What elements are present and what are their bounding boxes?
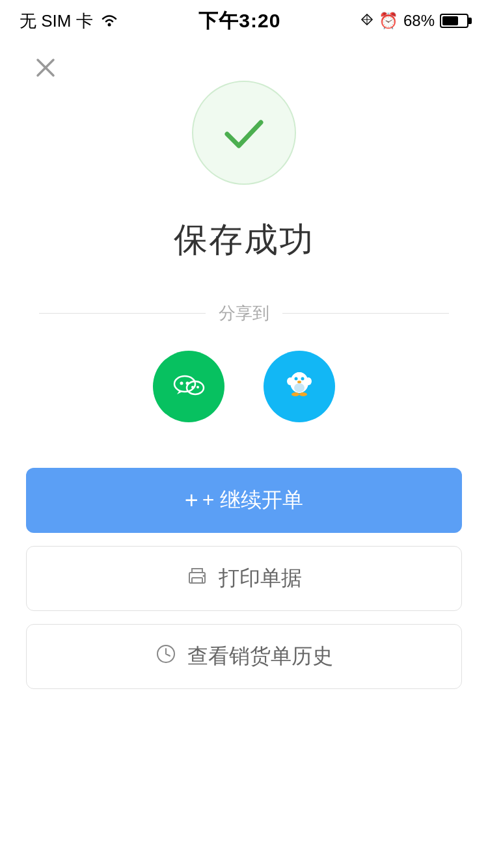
svg-point-11	[295, 377, 298, 381]
alarm-icon: ⏰	[379, 12, 398, 30]
svg-point-12	[301, 377, 305, 381]
status-bar: 无 SIM 卡 下午3:20 ⏰ 68%	[0, 0, 488, 42]
svg-point-16	[291, 392, 299, 396]
history-label: 查看销货单历史	[187, 642, 333, 671]
share-label: 分享到	[206, 302, 282, 325]
divider-line-left	[39, 313, 206, 314]
success-circle	[192, 81, 296, 185]
share-divider: 分享到	[0, 302, 488, 325]
svg-point-13	[297, 381, 301, 383]
svg-point-17	[299, 392, 307, 396]
main-content: 保存成功 分享到	[0, 42, 488, 689]
wechat-share-button[interactable]	[153, 351, 224, 422]
divider-line-right	[282, 313, 449, 314]
qq-share-button[interactable]	[264, 351, 335, 422]
continue-button[interactable]: + + 继续开单	[26, 468, 462, 533]
success-title: 保存成功	[174, 217, 314, 263]
checkmark-icon	[218, 107, 270, 159]
print-button[interactable]: 打印单据	[26, 546, 462, 611]
share-icons-row	[153, 351, 335, 422]
print-icon	[186, 565, 208, 592]
svg-rect-20	[192, 578, 202, 583]
battery-percent: 68%	[403, 12, 435, 30]
close-button[interactable]	[26, 48, 65, 87]
status-left: 无 SIM 卡	[20, 10, 119, 33]
svg-point-14	[287, 377, 293, 385]
wifi-icon	[100, 11, 119, 31]
status-right: ⏰ 68%	[360, 12, 468, 30]
action-buttons: + + 继续开单 打印单据 查看销货	[0, 468, 488, 689]
svg-point-7	[191, 386, 194, 388]
continue-label: + 继续开单	[202, 486, 304, 515]
svg-point-8	[197, 386, 199, 388]
print-label: 打印单据	[219, 564, 302, 593]
battery-icon	[440, 14, 468, 28]
plus-icon: +	[185, 487, 198, 514]
svg-point-15	[305, 377, 312, 385]
svg-point-3	[174, 376, 195, 392]
sim-label: 无 SIM 卡	[20, 10, 93, 33]
qq-icon	[278, 366, 320, 407]
svg-point-6	[186, 382, 189, 385]
close-icon	[34, 56, 57, 79]
svg-point-0	[107, 23, 111, 26]
location-icon	[360, 12, 373, 30]
wechat-icon	[168, 366, 210, 407]
svg-point-5	[180, 382, 183, 385]
status-time: 下午3:20	[198, 8, 280, 34]
svg-point-21	[203, 575, 205, 577]
history-button[interactable]: 查看销货单历史	[26, 624, 462, 689]
svg-point-18	[294, 383, 305, 392]
history-icon	[155, 643, 177, 670]
